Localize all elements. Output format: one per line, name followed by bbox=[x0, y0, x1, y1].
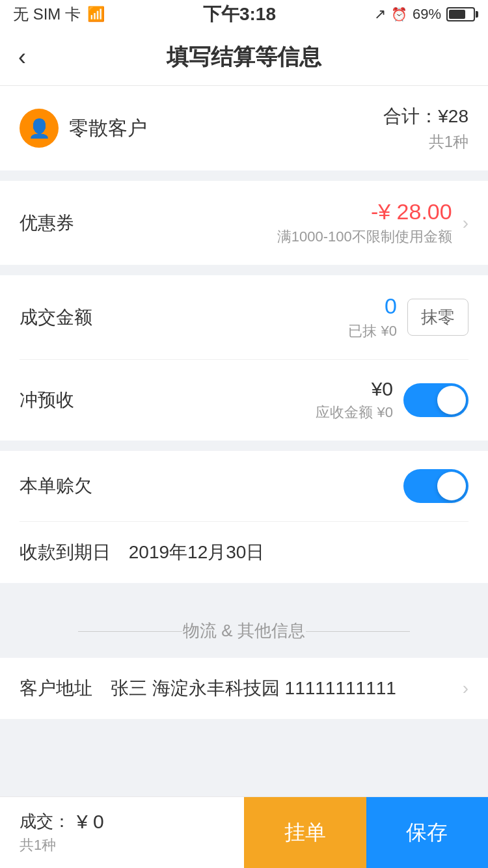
address-label: 客户地址 bbox=[20, 676, 98, 701]
status-time: 下午3:18 bbox=[203, 2, 276, 27]
prepay-value-wrap: ¥0 应收金额 ¥0 bbox=[316, 378, 393, 422]
page-title: 填写结算等信息 bbox=[167, 42, 321, 72]
coupon-value-wrap: -¥ 28.00 满1000-100不限制使用金额 bbox=[277, 199, 452, 247]
content: 👤 零散客户 合计：¥28 共1种 优惠券 -¥ 28.00 满1000-100… bbox=[0, 86, 488, 807]
address-chevron-icon: › bbox=[463, 678, 468, 699]
status-left: 无 SIM 卡 📶 bbox=[13, 4, 105, 25]
prepay-row: 冲预收 ¥0 应收金额 ¥0 bbox=[0, 360, 488, 441]
due-date-value: 2019年12月30日 bbox=[129, 542, 265, 562]
due-date-row: 收款到期日 2019年12月30日 bbox=[0, 522, 488, 583]
deal-amount-row: 成交金额 0 已抹 ¥0 抹零 bbox=[0, 275, 488, 359]
debt-row: 本单赊欠 bbox=[0, 451, 488, 521]
alarm-icon: ⏰ bbox=[391, 7, 407, 22]
coupon-label: 优惠券 bbox=[20, 211, 74, 236]
address-value: 张三 海淀永丰科技园 11111111111 bbox=[111, 676, 450, 701]
prepay-toggle[interactable] bbox=[403, 383, 468, 417]
bottom-bar: 成交： ¥ 0 共1种 挂单 保存 bbox=[0, 796, 488, 868]
customer-section: 👤 零散客户 合计：¥28 共1种 bbox=[0, 86, 488, 170]
address-section[interactable]: 客户地址 张三 海淀永丰科技园 11111111111 › bbox=[0, 658, 488, 719]
hang-button[interactable]: 挂单 bbox=[244, 797, 366, 868]
address-row[interactable]: 客户地址 张三 海淀永丰科技园 11111111111 › bbox=[0, 658, 488, 719]
debt-right bbox=[92, 469, 468, 503]
battery-icon bbox=[446, 7, 475, 21]
customer-row: 👤 零散客户 合计：¥28 共1种 bbox=[0, 86, 488, 170]
prepay-amount: ¥0 bbox=[316, 378, 393, 400]
bottom-deal-label: 成交： bbox=[20, 810, 70, 833]
battery-percent: 69% bbox=[413, 6, 441, 23]
deal-amount-right: 0 已抹 ¥0 抹零 bbox=[348, 293, 468, 341]
section-gap bbox=[0, 593, 488, 604]
deal-amount-label: 成交金额 bbox=[20, 305, 92, 330]
bottom-info: 成交： ¥ 0 共1种 bbox=[0, 797, 244, 868]
deal-amount-value-wrap: 0 已抹 ¥0 bbox=[348, 293, 397, 341]
location-icon: ↗ bbox=[374, 6, 386, 23]
debt-label: 本单赊欠 bbox=[20, 474, 92, 498]
debt-toggle[interactable] bbox=[403, 469, 468, 503]
customer-left: 👤 零散客户 bbox=[20, 109, 147, 148]
bottom-deal-amount: ¥ 0 bbox=[77, 811, 104, 833]
wifi-icon: 📶 bbox=[87, 6, 105, 23]
due-date-label: 收款到期日 bbox=[20, 542, 111, 562]
coupon-amount: -¥ 28.00 bbox=[277, 199, 452, 224]
debt-section: 本单赊欠 收款到期日 2019年12月30日 bbox=[0, 451, 488, 583]
status-bar: 无 SIM 卡 📶 下午3:18 ↗ ⏰ 69% bbox=[0, 0, 488, 29]
coupon-section[interactable]: 优惠券 -¥ 28.00 满1000-100不限制使用金额 › bbox=[0, 181, 488, 265]
status-right: ↗ ⏰ 69% bbox=[374, 6, 475, 23]
coupon-right: -¥ 28.00 满1000-100不限制使用金额 › bbox=[74, 199, 468, 247]
customer-right: 合计：¥28 共1种 bbox=[383, 104, 468, 152]
prepay-desc: 应收金额 ¥0 bbox=[316, 403, 393, 422]
chevron-right-icon: › bbox=[463, 213, 468, 234]
back-button[interactable]: ‹ bbox=[18, 44, 26, 71]
sim-text: 无 SIM 卡 bbox=[13, 4, 81, 25]
customer-name: 零散客户 bbox=[69, 115, 147, 142]
avatar: 👤 bbox=[20, 109, 59, 148]
bottom-deal: 成交： ¥ 0 bbox=[20, 810, 224, 833]
battery-fill bbox=[449, 10, 465, 19]
save-button[interactable]: 保存 bbox=[366, 797, 489, 868]
transaction-section: 成交金额 0 已抹 ¥0 抹零 冲预收 ¥0 应收金额 ¥0 bbox=[0, 275, 488, 441]
coupon-desc: 满1000-100不限制使用金额 bbox=[277, 227, 452, 247]
deal-amount-value: 0 bbox=[348, 293, 397, 319]
total-count: 共1种 bbox=[383, 131, 468, 152]
total-amount: 合计：¥28 bbox=[383, 104, 468, 129]
logistics-header: 物流 & 其他信息 bbox=[0, 604, 488, 658]
already-rounded: 已抹 ¥0 bbox=[348, 321, 397, 341]
round-button[interactable]: 抹零 bbox=[407, 299, 468, 336]
prepay-right: ¥0 应收金额 ¥0 bbox=[74, 378, 468, 422]
logistics-header-text: 物流 & 其他信息 bbox=[183, 621, 305, 640]
prepay-label: 冲预收 bbox=[20, 388, 74, 413]
bottom-count: 共1种 bbox=[20, 835, 224, 855]
coupon-row[interactable]: 优惠券 -¥ 28.00 满1000-100不限制使用金额 › bbox=[0, 181, 488, 265]
avatar-icon: 👤 bbox=[28, 118, 51, 139]
nav-bar: ‹ 填写结算等信息 bbox=[0, 29, 488, 86]
